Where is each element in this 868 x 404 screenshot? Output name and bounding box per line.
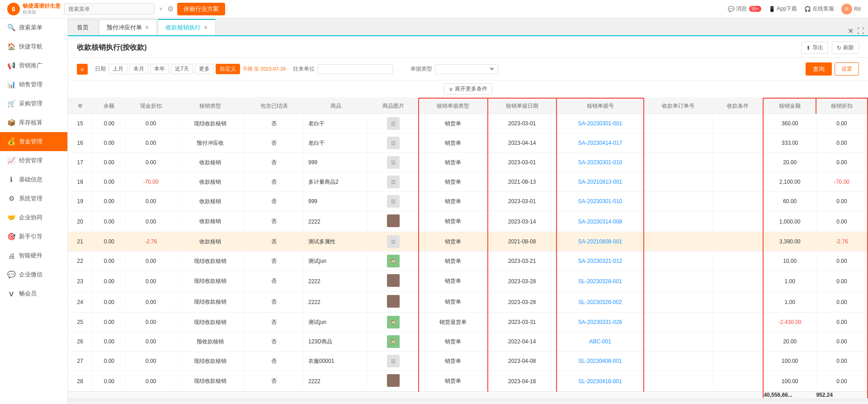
sidebar-item-wechat[interactable]: 💬 企业微信: [0, 265, 67, 284]
sidebar-item-label: 企业微信: [19, 271, 42, 279]
from-unit-input[interactable]: [317, 64, 393, 74]
page-content: 收款核销执行(按收款) ⬆ 导出 ↻ 刷新 » 日期: [68, 36, 868, 404]
cell-verify-no[interactable]: SA-20230301-010: [557, 192, 644, 211]
goods-image: 🖼: [387, 235, 400, 248]
sidebar-item-collab[interactable]: 🤝 企业协同: [0, 208, 67, 227]
single-record-select[interactable]: [435, 64, 498, 74]
date-btn-more[interactable]: 更多: [195, 64, 214, 74]
goods-image: 🖼: [387, 195, 400, 208]
online-service-area[interactable]: 🎧 在线客服: [804, 5, 834, 13]
export-button[interactable]: ⬆ 导出: [801, 42, 828, 54]
sidebar-item-search[interactable]: 🔍 搜索菜单: [0, 18, 67, 37]
table-wrapper[interactable]: ⚙ 余额 现金折扣 核销类型 包含已结清 商品 商品图片 核销单据类型 核销单据…: [68, 98, 868, 398]
cell-verify-type: 现结收款核销: [176, 352, 245, 371]
cell-goods: 2222: [304, 211, 368, 232]
cell-verify-no[interactable]: SA-20210813-001: [557, 172, 644, 192]
solution-button[interactable]: 休验行业方案: [177, 3, 225, 15]
cell-id: 16: [68, 133, 93, 153]
cell-verify-no[interactable]: SL-20230418-001: [557, 371, 644, 392]
cell-verify-no[interactable]: SL-20230408-001: [557, 352, 644, 371]
filter-bar: » 日期 上月 本月 本年 近7天 更多 自定义 不限 至 2023-07-26: [68, 58, 868, 81]
tab-prepay-close[interactable]: ✕: [145, 24, 149, 31]
date-btn-this-month[interactable]: 本月: [129, 64, 148, 74]
cell-verify-single-type: 销货单: [419, 211, 487, 232]
cell-verify-amount: 20.00: [763, 332, 816, 352]
col-settings[interactable]: ⚙: [68, 98, 93, 114]
cell-verify-no[interactable]: SA-20230321-012: [557, 252, 644, 271]
expand-more-button[interactable]: ∨ 展开更多条件: [444, 83, 492, 95]
sidebar-item-hardware[interactable]: 🖨 智能硬件: [0, 246, 67, 265]
sidebar-item-finance[interactable]: 💰 资金管理: [0, 132, 67, 151]
table-row: 28 0.00 0.00 现结收款核销 否 2222 销货单 2023-04-1…: [68, 371, 868, 392]
cell-receipt-order-no: [644, 271, 712, 292]
cell-verify-type: 收款核销: [176, 153, 245, 172]
cell-verify-no[interactable]: SA-20230301-010: [557, 153, 644, 172]
user-area[interactable]: R Rit: [841, 4, 861, 14]
from-unit-label: 往来单位: [293, 65, 315, 73]
refresh-button[interactable]: ↻ 刷新: [832, 42, 859, 54]
cell-verify-no[interactable]: SA-20230414-017: [557, 133, 644, 153]
tab-close-all-icon[interactable]: ✕: [848, 27, 854, 35]
cell-verify-no[interactable]: ABC-001: [557, 332, 644, 352]
cell-verify-amount: 3,390.00: [763, 232, 816, 252]
sidebar-item-basic[interactable]: ℹ 基础信息: [0, 170, 67, 189]
tab-verify-close[interactable]: ✕: [203, 24, 208, 31]
date-btn-custom[interactable]: 自定义: [216, 64, 240, 74]
filter-unit-group: 往来单位 ...: [293, 64, 403, 74]
date-btn-last-month[interactable]: 上月: [108, 64, 127, 74]
date-btn-7days[interactable]: 近7天: [171, 64, 193, 74]
cell-verify-amount: 100.00: [763, 352, 816, 371]
sidebar-item-system[interactable]: ⚙ 系统管理: [0, 189, 67, 208]
top-search-input[interactable]: [64, 3, 155, 15]
sidebar-item-label: 企业协同: [19, 214, 42, 222]
query-button[interactable]: 查询: [806, 62, 832, 76]
cell-include-settled: 否: [244, 252, 303, 271]
sidebar-item-inventory[interactable]: 📦 库存核算: [0, 113, 67, 132]
setting-button[interactable]: 设置: [835, 62, 859, 76]
table-row: 25 0.00 0.00 现结收款核销 否 测试jun 🏠 销货退货单 2023…: [68, 313, 868, 332]
tab-home[interactable]: 首页: [68, 19, 98, 35]
guide-icon: 🎯: [7, 233, 15, 241]
sidebar-item-label: 资金管理: [19, 138, 42, 146]
dropdown-arrow: ▼: [158, 6, 164, 12]
sidebar-item-label: 基础信息: [19, 176, 42, 184]
goods-image: 🏠: [387, 255, 400, 267]
wechat-icon: 💬: [7, 271, 15, 279]
cell-verify-no[interactable]: SA-20230314-008: [557, 211, 644, 232]
cell-verify-type: 现结收款核销: [176, 313, 245, 332]
cell-verify-no[interactable]: SL-20230328-002: [557, 292, 644, 313]
phone-icon: 📱: [769, 6, 775, 12]
cell-verify-no[interactable]: SA-20230331-026: [557, 313, 644, 332]
sidebar-item-purchase[interactable]: 🛒 采购管理: [0, 94, 67, 113]
cell-receipt-order-no: [644, 252, 712, 271]
col-goods-img: 商品图片: [368, 98, 419, 114]
tab-prepay[interactable]: 预付冲应付单 ✕: [99, 19, 157, 35]
date-btn-this-year[interactable]: 本年: [150, 64, 169, 74]
message-area[interactable]: 💬 消息 99+: [728, 5, 761, 13]
horizontal-scrollbar[interactable]: [68, 398, 868, 402]
tab-fullscreen-icon[interactable]: ⛶: [857, 27, 864, 35]
cell-verify-no[interactable]: SL-20230328-001: [557, 271, 644, 292]
col-receipt-order-no: 收款单订单号: [644, 98, 712, 114]
cell-verify-discount: 0.00: [816, 332, 868, 352]
cell-verify-type: 现结收款核销: [176, 252, 245, 271]
cell-verify-no[interactable]: SA-20210808-001: [557, 232, 644, 252]
sidebar-item-marketing[interactable]: 📢 营销推广: [0, 56, 67, 75]
sidebar-item-guide[interactable]: 🎯 新手引导: [0, 227, 67, 246]
cell-cash-discount: 0.00: [126, 133, 176, 153]
cell-verify-single-type: 销货单: [419, 271, 487, 292]
single-record-label: 单据类型: [410, 65, 432, 73]
cell-receipt-condition: [712, 371, 764, 392]
app-download-area[interactable]: 📱 App下载: [769, 5, 797, 13]
cell-include-settled: 否: [244, 371, 303, 392]
sidebar-item-member[interactable]: V 畅会员: [0, 284, 67, 303]
settings-gear-icon[interactable]: ⚙: [167, 5, 174, 13]
sidebar-item-operations[interactable]: 📈 经营管理: [0, 151, 67, 170]
cell-verify-no[interactable]: SA-20230301-001: [557, 114, 644, 133]
tab-verify[interactable]: 收款核销执行 ✕: [158, 19, 216, 35]
filter-expand-button[interactable]: »: [77, 64, 88, 75]
cell-goods-img: 🖼: [368, 114, 419, 133]
sidebar-item-nav[interactable]: 🏠 快捷导航: [0, 37, 67, 56]
sidebar-item-sales[interactable]: 📊 销售管理: [0, 75, 67, 94]
cell-goods-img: 🏠: [368, 252, 419, 271]
